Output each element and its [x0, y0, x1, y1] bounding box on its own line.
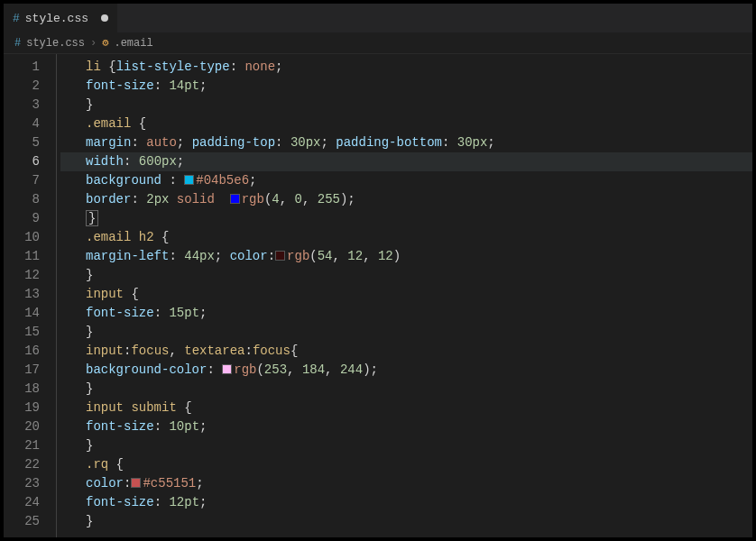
code-line[interactable]: }	[60, 266, 752, 285]
color-swatch-icon[interactable]	[230, 194, 240, 204]
token-punc: ,	[169, 344, 184, 358]
code-line[interactable]: background-color: rgb(253, 184, 244);	[60, 361, 752, 380]
code-line[interactable]: }	[60, 209, 752, 228]
token-num: 44px	[184, 249, 215, 263]
code-line[interactable]: width: 600px;	[60, 152, 752, 171]
token-punc: :	[124, 476, 131, 491]
token-punc: {	[116, 457, 124, 472]
token-prop: color	[86, 476, 124, 491]
code-line[interactable]: font-size: 14pt;	[60, 77, 752, 96]
color-swatch-icon[interactable]	[275, 251, 285, 261]
line-number: 5	[4, 133, 56, 152]
line-number: 16	[4, 342, 56, 361]
matching-brace: }	[86, 210, 98, 226]
token-punc: :	[154, 419, 170, 434]
token-val: solid	[177, 192, 215, 206]
code-line[interactable]: li {list-style-type: none;	[60, 58, 752, 77]
code-line[interactable]: color:#c55151;	[60, 474, 752, 493]
code-line[interactable]: }	[60, 96, 752, 115]
line-number: 1	[4, 58, 56, 77]
code-line[interactable]: input {	[60, 285, 752, 304]
line-number: 9	[4, 209, 56, 228]
token-num: 255	[318, 192, 340, 206]
token-punc: ;	[321, 135, 337, 150]
token-prop: width	[86, 154, 124, 169]
token-punc: ,	[333, 249, 348, 263]
token-prop: margin	[86, 135, 131, 150]
code-line[interactable]: margin-left: 44px; color:rgb(54, 12, 12)	[60, 247, 752, 266]
token-num: 15pt	[169, 306, 199, 320]
line-number: 18	[4, 380, 56, 399]
code-line[interactable]: .email {	[60, 115, 752, 133]
token-func: rgb	[234, 362, 256, 377]
token-punc: ;	[177, 135, 192, 150]
code-line[interactable]: .email h2 {	[60, 228, 752, 247]
token-sel: input	[86, 287, 131, 301]
code-line[interactable]: input:focus, textarea:focus{	[60, 342, 752, 361]
code-line[interactable]: background : #04b5e6;	[60, 171, 752, 190]
token-val: #c55151	[143, 476, 196, 491]
color-swatch-icon[interactable]	[131, 478, 141, 488]
token-num: 244	[340, 362, 363, 377]
tab-stylecss[interactable]: # style.css	[4, 4, 117, 32]
line-number: 20	[4, 417, 56, 436]
token-punc: (	[309, 249, 317, 263]
color-swatch-icon[interactable]	[222, 364, 232, 374]
color-swatch-icon[interactable]	[184, 175, 194, 185]
tab-label: style.css	[25, 12, 88, 25]
breadcrumb[interactable]: # style.css › ⚙ .email	[4, 32, 752, 54]
code-line[interactable]: border: 2px solid rgb(4, 0, 255);	[60, 190, 752, 209]
code-line[interactable]: }	[60, 512, 752, 531]
code-line[interactable]: font-size: 10pt;	[60, 417, 752, 436]
code-line[interactable]: }	[60, 323, 752, 342]
token-punc: ;	[196, 476, 203, 491]
token-punc: {	[139, 116, 146, 131]
token-sel: focus	[131, 344, 169, 358]
token-num: 12	[347, 249, 363, 263]
token-punc: {	[131, 287, 138, 301]
css-file-icon: #	[13, 12, 20, 25]
token-punc: :	[169, 249, 184, 263]
line-number: 8	[4, 190, 56, 209]
token-sel: focus	[253, 344, 290, 358]
code-line[interactable]: }	[60, 380, 752, 399]
token-punc: ,	[287, 362, 302, 377]
token-punc: ,	[325, 362, 340, 377]
code-line[interactable]: .rq {	[60, 455, 752, 474]
code-line[interactable]: }	[60, 436, 752, 455]
token-punc: );	[363, 362, 378, 377]
line-number: 7	[4, 171, 56, 190]
token-punc: }	[86, 325, 93, 339]
code-content[interactable]: li {list-style-type: none;font-size: 14p…	[60, 54, 752, 537]
token-num: 30px	[457, 135, 488, 150]
token-punc: ;	[199, 306, 207, 320]
line-number: 21	[4, 436, 56, 455]
code-line[interactable]: font-size: 12pt;	[60, 493, 752, 512]
token-punc: {	[290, 344, 298, 358]
token-punc: :	[124, 154, 139, 169]
line-number: 13	[4, 285, 56, 304]
breadcrumb-symbol: .email	[114, 37, 152, 50]
line-number-gutter: 1234567891011121314151617181920212223242…	[4, 54, 56, 537]
token-punc: }	[86, 514, 93, 528]
token-punc: ,	[363, 249, 378, 263]
token-prop: color	[230, 249, 268, 263]
code-line[interactable]: margin: auto; padding-top: 30px; padding…	[60, 133, 752, 152]
token-num: 253	[264, 362, 287, 377]
token-val: #04b5e6	[196, 173, 249, 188]
token-prop: font-size	[86, 78, 154, 93]
token-punc: ;	[177, 154, 184, 169]
line-number: 25	[4, 512, 56, 531]
token-num: 4	[272, 192, 279, 206]
code-line[interactable]: font-size: 15pt;	[60, 304, 752, 323]
code-line[interactable]: input submit {	[60, 399, 752, 417]
token-punc: )	[393, 249, 401, 263]
line-number: 12	[4, 266, 56, 285]
token-sel: input	[86, 344, 124, 358]
editor-area: 1234567891011121314151617181920212223242…	[4, 54, 752, 537]
token-num: 600px	[139, 154, 177, 169]
token-punc: ;	[249, 173, 256, 188]
token-punc: ;	[199, 419, 207, 434]
token-num: 54	[318, 249, 333, 263]
token-punc: :	[154, 495, 170, 509]
